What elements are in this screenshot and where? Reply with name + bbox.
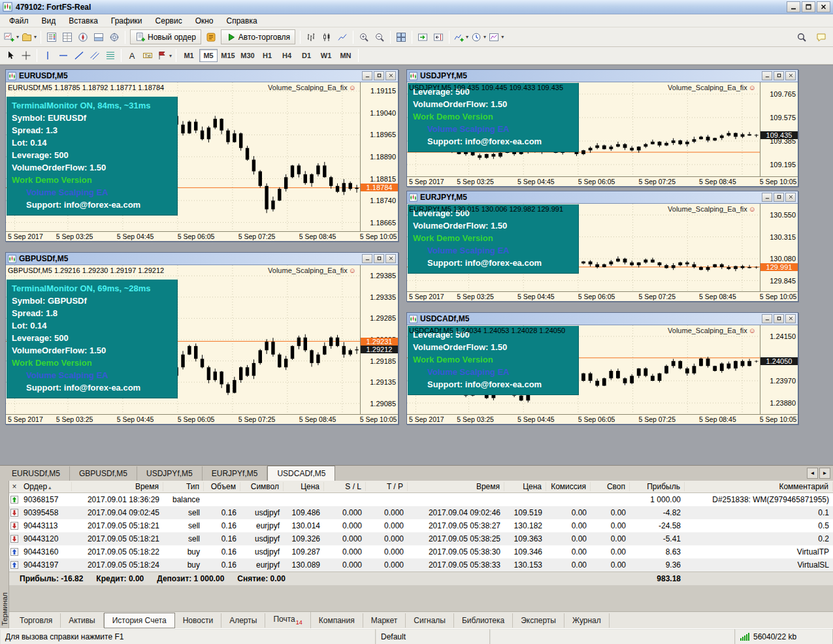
terminal-tab-company[interactable]: Компания bbox=[311, 613, 363, 628]
search-button[interactable] bbox=[794, 29, 809, 45]
chart-tab-gbpusdf-m5[interactable]: GBPUSDf,M5 bbox=[70, 466, 137, 481]
history-row[interactable]: 903681572017.09.01 18:36:29balance1 000.… bbox=[9, 493, 833, 506]
history-row[interactable]: 904431132017.09.05 05:18:21sell0.16eurjp… bbox=[9, 519, 833, 532]
auto-scroll-button[interactable] bbox=[415, 29, 431, 45]
chart-plot-area[interactable]: GBPUSDf,M5 1.29216 1.29230 1.29197 1.292… bbox=[6, 265, 360, 414]
column-header-comment[interactable]: Комментарий bbox=[685, 482, 833, 491]
column-header-time[interactable]: Время bbox=[72, 482, 163, 491]
chart-tab-usdcadf-m5[interactable]: USDCADf,M5 bbox=[267, 466, 335, 481]
menu-help[interactable]: Справка bbox=[220, 15, 264, 27]
indicators-button[interactable]: ▾ bbox=[452, 29, 470, 45]
trendline-button[interactable] bbox=[71, 48, 87, 63]
timeframe-w1[interactable]: W1 bbox=[317, 49, 335, 62]
terminal-tab-journal[interactable]: Журнал bbox=[564, 613, 610, 628]
profiles-button[interactable]: ▾ bbox=[20, 29, 38, 45]
history-row[interactable]: 904431202017.09.05 05:18:21sell0.16usdjp… bbox=[9, 532, 833, 545]
text-button[interactable]: A bbox=[124, 48, 140, 63]
menu-charts[interactable]: Графики bbox=[105, 15, 149, 27]
chat-button[interactable] bbox=[813, 29, 829, 45]
restore-button[interactable] bbox=[774, 314, 784, 323]
horizontal-line-button[interactable] bbox=[56, 48, 71, 63]
timeframe-m15[interactable]: M15 bbox=[219, 49, 237, 62]
chart-titlebar[interactable]: EURUSDf,M5 bbox=[6, 70, 398, 82]
new-order-button[interactable]: Новый ордер bbox=[130, 29, 201, 44]
minimize-button[interactable] bbox=[762, 71, 772, 80]
fibonacci-button[interactable] bbox=[103, 48, 118, 63]
tab-scroll-left-button[interactable]: ◄ bbox=[807, 468, 818, 479]
minimize-button[interactable] bbox=[787, 1, 800, 12]
column-header-tp[interactable]: T / P bbox=[366, 482, 408, 491]
menu-file[interactable]: Файл bbox=[3, 15, 35, 27]
terminal-tab-mail[interactable]: Почта14 bbox=[265, 612, 310, 628]
metaeditor-button[interactable] bbox=[203, 29, 219, 45]
chart-titlebar[interactable]: EURJPYf,M5 bbox=[407, 191, 798, 204]
timeframe-d1[interactable]: D1 bbox=[297, 49, 316, 62]
restore-button[interactable] bbox=[774, 71, 784, 80]
chart-titlebar[interactable]: USDCADf,M5 bbox=[407, 313, 798, 325]
periods-button[interactable]: ▾ bbox=[470, 29, 487, 45]
status-profile[interactable]: Default bbox=[376, 629, 490, 644]
restore-button[interactable] bbox=[374, 254, 384, 263]
new-chart-button[interactable]: ▾ bbox=[3, 29, 20, 45]
terminal-tab-assets[interactable]: Активы bbox=[61, 613, 104, 628]
column-header-profit[interactable]: Прибыль bbox=[630, 482, 685, 491]
timeframe-h4[interactable]: H4 bbox=[278, 49, 296, 62]
terminal-tab-news[interactable]: Новости bbox=[175, 613, 221, 628]
timeframe-m1[interactable]: M1 bbox=[180, 49, 198, 62]
chart-plot-area[interactable]: USDCADf,M5 1.24034 1.24053 1.24028 1.240… bbox=[407, 325, 760, 414]
column-header-price[interactable]: Цена bbox=[284, 482, 324, 491]
terminal-vertical-label[interactable]: Терминал bbox=[1, 592, 8, 626]
menu-insert[interactable]: Вставка bbox=[62, 15, 105, 27]
close-button[interactable] bbox=[785, 314, 796, 323]
zoom-in-button[interactable] bbox=[356, 29, 372, 45]
column-header-type[interactable]: Тип bbox=[163, 482, 204, 491]
chart-plot-area[interactable]: EURJPYf,M5 130.015 130.006 129.982 129.9… bbox=[407, 204, 760, 291]
column-header-swap[interactable]: Своп bbox=[591, 482, 630, 491]
chart-tab-eurjpyf-m5[interactable]: EURJPYf,M5 bbox=[203, 466, 268, 481]
column-header-order[interactable]: Ордер ▴ bbox=[20, 482, 72, 491]
chart-titlebar[interactable]: USDJPYf,M5 bbox=[407, 70, 798, 82]
cursor-button[interactable] bbox=[3, 48, 18, 63]
close-button[interactable] bbox=[385, 71, 396, 80]
vertical-line-button[interactable] bbox=[40, 48, 56, 63]
terminal-close-button[interactable]: × bbox=[9, 482, 20, 491]
close-button[interactable] bbox=[785, 193, 796, 202]
strategy-tester-button[interactable] bbox=[106, 29, 122, 45]
restore-button[interactable] bbox=[374, 71, 384, 80]
terminal-panel-button[interactable] bbox=[91, 29, 106, 45]
channel-button[interactable] bbox=[87, 48, 103, 63]
column-header-symbol[interactable]: Символ bbox=[240, 482, 284, 491]
column-header-sl[interactable]: S / L bbox=[324, 482, 366, 491]
timeframe-m5[interactable]: M5 bbox=[199, 49, 218, 62]
data-window-button[interactable] bbox=[59, 29, 75, 45]
terminal-tab-trade[interactable]: Торговля bbox=[12, 613, 61, 628]
templates-button[interactable]: ▾ bbox=[487, 29, 505, 45]
close-button[interactable] bbox=[385, 254, 396, 263]
menu-window[interactable]: Окно bbox=[189, 15, 220, 27]
bar-chart-button[interactable] bbox=[303, 29, 319, 45]
minimize-button[interactable] bbox=[762, 193, 772, 202]
chart-tab-eurusdf-m5[interactable]: EURUSDf,M5 bbox=[3, 466, 70, 481]
timeframe-mn[interactable]: MN bbox=[336, 49, 355, 62]
terminal-tab-experts[interactable]: Эксперты bbox=[513, 613, 564, 628]
close-button[interactable] bbox=[785, 71, 796, 80]
maximize-button[interactable] bbox=[802, 1, 815, 12]
terminal-tab-market[interactable]: Маркет bbox=[363, 613, 406, 628]
chart-shift-button[interactable] bbox=[431, 29, 446, 45]
timeframe-h1[interactable]: H1 bbox=[258, 49, 276, 62]
text-label-button[interactable]: Txt bbox=[140, 48, 155, 63]
crosshair-button[interactable] bbox=[18, 48, 34, 63]
history-row[interactable]: 904431602017.09.05 05:18:22buy0.16usdjpy… bbox=[9, 545, 833, 558]
chart-tab-usdjpyf-m5[interactable]: USDJPYf,M5 bbox=[137, 466, 203, 481]
history-row[interactable]: 904431972017.09.05 05:18:24buy0.16eurjpy… bbox=[9, 558, 833, 572]
line-chart-button[interactable] bbox=[335, 29, 350, 45]
navigator-button[interactable] bbox=[75, 29, 91, 45]
history-row[interactable]: 903954582017.09.04 09:02:45sell0.16usdjp… bbox=[9, 506, 833, 519]
shapes-button[interactable]: ▾ bbox=[155, 48, 173, 63]
column-header-commission[interactable]: Комиссия bbox=[546, 482, 591, 491]
chart-plot-area[interactable]: EURUSDf,M5 1.18785 1.18792 1.18771 1.187… bbox=[6, 82, 360, 231]
column-header-volume[interactable]: Объем bbox=[204, 482, 240, 491]
terminal-tab-alerts[interactable]: Алерты bbox=[221, 613, 265, 628]
menu-view[interactable]: Вид bbox=[35, 15, 63, 27]
column-header-time2[interactable]: Время bbox=[408, 482, 504, 491]
